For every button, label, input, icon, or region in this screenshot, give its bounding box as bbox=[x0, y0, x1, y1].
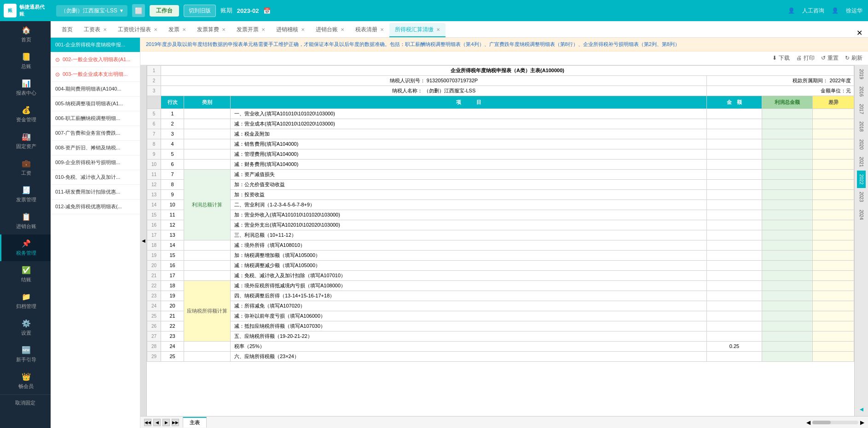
year-item-2021[interactable]: 2021 bbox=[857, 153, 866, 171]
reset-label: 重置 bbox=[827, 54, 839, 62]
close-icon[interactable]: ✕ bbox=[380, 27, 384, 32]
left-panel-item-005[interactable]: 005-纳税调整项目明细表(A1... bbox=[51, 97, 140, 111]
year-item-2017[interactable]: 2017 bbox=[857, 100, 866, 118]
tab-sales-ledger[interactable]: 进销台账 ✕ bbox=[310, 23, 350, 37]
company-selector[interactable]: （勿删）江西服宝-LSS ▾ bbox=[56, 5, 127, 17]
print-button[interactable]: 🖨 打印 bbox=[796, 54, 815, 62]
sidebar-item-close[interactable]: ✅ 结账 bbox=[0, 261, 51, 288]
sidebar-item-guide[interactable]: 🆕 新手引导 bbox=[0, 341, 51, 368]
tab-invoice[interactable]: 发票 ✕ bbox=[163, 23, 191, 37]
reset-button[interactable]: ↺ 重置 bbox=[821, 54, 839, 62]
calendar-icon[interactable]: 📅 bbox=[263, 7, 271, 14]
table-title-cell: 企业所得税年度纳税申报表（A类）主表(A100000) bbox=[161, 65, 854, 75]
tab-invoice-open[interactable]: 发票开票 ✕ bbox=[231, 23, 271, 37]
refresh-icon: ↻ bbox=[845, 55, 850, 61]
sidebar-item-archive[interactable]: 📁 归档管理 bbox=[0, 288, 51, 314]
sidebar-item-reports[interactable]: 📊 报表中心 bbox=[0, 74, 51, 101]
sidebar-item-tax[interactable]: 📌 税务管理 bbox=[0, 234, 51, 261]
main-content: 2019年度步及取以前年度结转数据的申报表单元格需要手工维护正确，才能保证本年及… bbox=[140, 38, 868, 428]
year-item-2023[interactable]: 2023 bbox=[857, 188, 866, 205]
close-icon[interactable]: ✕ bbox=[436, 27, 440, 32]
year-item-2016[interactable]: 2016 bbox=[857, 83, 866, 100]
year-item-2024[interactable]: 2024 bbox=[857, 206, 866, 223]
left-panel-item-012[interactable]: 012-减免所得税优惠明细表(... bbox=[51, 200, 140, 214]
workbench-button[interactable]: 工作台 bbox=[150, 5, 179, 17]
scroll-bar[interactable] bbox=[812, 421, 858, 424]
left-panel-item-004[interactable]: 004-期间费用明细表(A1040... bbox=[51, 82, 140, 97]
header-col-a: 行次 bbox=[161, 96, 184, 108]
left-panel-item-008[interactable]: 008-资产折旧、摊销及纳税... bbox=[51, 141, 140, 155]
collapse-panel-button[interactable]: ◀ bbox=[140, 65, 147, 417]
left-panel-item-009[interactable]: 009-企业所得税补亏损明细... bbox=[51, 155, 140, 170]
close-window-icon[interactable]: ✕ bbox=[856, 29, 862, 37]
company-name-cell: 纳税人名称： （勿删）江西服宝-LSS bbox=[161, 86, 707, 96]
bottom-tab-main[interactable]: 主表 bbox=[183, 417, 207, 428]
arrow-right-right[interactable]: ▶▶ bbox=[172, 419, 179, 426]
close-icon[interactable]: ✕ bbox=[182, 27, 186, 32]
tab-salary[interactable]: 工资表 ✕ bbox=[78, 23, 112, 37]
sidebar-item-home[interactable]: 🏠 首页 bbox=[0, 21, 51, 48]
scroll-icon-right[interactable]: ▶ bbox=[860, 419, 864, 426]
sheet-main[interactable]: 1 企业所得税年度纳税申报表（A类）主表(A100000) 2 纳税人识别号： bbox=[147, 65, 854, 417]
item-label: 009-企业所得税补亏损明细... bbox=[55, 159, 120, 166]
tax-id-value: 91320500703719732P bbox=[427, 78, 478, 83]
diff-col[interactable] bbox=[813, 108, 854, 119]
sidebar-item-finance[interactable]: 💰 资金管理 bbox=[0, 101, 51, 128]
sidebar-item-assets[interactable]: 🏭 固定资产 bbox=[0, 128, 51, 154]
company-label: （勿删）江西服宝-LSS bbox=[61, 7, 117, 15]
table-row: 11 7 利润总额计算 减：资产减值损失 bbox=[147, 169, 854, 179]
left-panel-item-002[interactable]: ⊙ 002-一般企业收入明细表(A1... bbox=[51, 52, 140, 67]
item-label: 001-企业所得税年度纳税申报... bbox=[55, 41, 125, 48]
left-panel-item-001[interactable]: 001-企业所得税年度纳税申报... bbox=[51, 38, 140, 52]
sidebar-item-invoice[interactable]: 🧾 发票管理 bbox=[0, 181, 51, 208]
tab-salary-report[interactable]: 工资统计报表 ✕ bbox=[112, 23, 163, 37]
year-item-2022[interactable]: 2022 bbox=[857, 171, 866, 188]
arrow-right[interactable]: ▶ bbox=[162, 419, 170, 426]
download-button[interactable]: ⬇ 下载 bbox=[772, 54, 790, 62]
close-icon[interactable]: ✕ bbox=[222, 27, 226, 32]
left-panel-item-003[interactable]: ⊙ 003-一般企业成本支出明细... bbox=[51, 67, 140, 82]
close-icon[interactable]: ✕ bbox=[154, 27, 157, 32]
arrow-left-left[interactable]: ◀◀ bbox=[144, 419, 151, 426]
tab-tax-annual[interactable]: 所得税汇算清缴 ✕ bbox=[389, 23, 446, 37]
close-icon[interactable]: ✕ bbox=[301, 27, 305, 32]
user-service-icon: 👤 bbox=[788, 7, 795, 14]
table-row: 26 22 减：抵扣应纳税所得额（填写A107030） bbox=[147, 321, 854, 331]
sidebar-item-salary[interactable]: 💼 工资 bbox=[0, 154, 51, 181]
profit-col[interactable] bbox=[762, 108, 813, 119]
switch-old-button[interactable]: 切到旧版 bbox=[184, 5, 216, 17]
tab-home[interactable]: 首页 bbox=[56, 23, 78, 37]
app-name: 畅捷通易代账 bbox=[19, 4, 47, 17]
arrow-left[interactable]: ◀ bbox=[153, 419, 161, 426]
tab-tax-table[interactable]: 税表清册 ✕ bbox=[350, 23, 389, 37]
left-panel-item-010[interactable]: 010-免税、减计收入及加计... bbox=[51, 170, 140, 185]
sidebar-collapse-button[interactable]: 取消固定 bbox=[0, 394, 51, 411]
main-area: （勿删）江西服宝-LSS ▾ ⬜ 工作台 切到旧版 账期 2023-02 📅 👤… bbox=[51, 0, 868, 428]
amount-col[interactable] bbox=[707, 108, 762, 119]
tax-icon: 📌 bbox=[22, 239, 31, 248]
user-avatar-icon: 👤 bbox=[832, 7, 839, 14]
sidebar-item-member[interactable]: 👑 畅会员 bbox=[0, 368, 51, 394]
year-item-2020[interactable]: 2020 bbox=[857, 136, 866, 153]
close-icon[interactable]: ✕ bbox=[261, 27, 265, 32]
close-icon[interactable]: ✕ bbox=[103, 27, 107, 32]
sidebar-item-sales[interactable]: 📋 进销台账 bbox=[0, 208, 51, 234]
sidebar-item-ledger[interactable]: 📒 总账 bbox=[0, 48, 51, 74]
year-item-2019[interactable]: 2019 bbox=[857, 65, 866, 83]
year-item-2018[interactable]: 2018 bbox=[857, 118, 866, 135]
sidebar-item-settings[interactable]: ⚙️ 设置 bbox=[0, 314, 51, 341]
table-row: 7 3 减：税金及附加 bbox=[147, 129, 854, 139]
tab-invoice-fee[interactable]: 发票算费 ✕ bbox=[191, 23, 231, 37]
user-service-label[interactable]: 人工咨询 bbox=[802, 7, 824, 15]
close-icon[interactable]: ✕ bbox=[341, 27, 344, 32]
table-row: 19 15 加：纳税调整增加额（填写A105000） bbox=[147, 250, 854, 260]
refresh-button[interactable]: ↻ 刷新 bbox=[845, 54, 862, 62]
expand-icon[interactable] bbox=[856, 404, 867, 416]
sidebar-item-label: 结账 bbox=[21, 276, 31, 283]
copy-icon[interactable]: ⬜ bbox=[132, 4, 145, 17]
tab-sales-check[interactable]: 进销稽核 ✕ bbox=[271, 23, 310, 37]
left-panel-item-007[interactable]: 007-广告费和业务宣传费跌... bbox=[51, 126, 140, 141]
left-panel-item-011[interactable]: 011-研发费用加计扣除优惠... bbox=[51, 185, 140, 200]
scroll-icon-left[interactable]: ◀ bbox=[806, 419, 810, 426]
left-panel-item-006[interactable]: 006-职工薪酬纳税调整明细... bbox=[51, 111, 140, 126]
